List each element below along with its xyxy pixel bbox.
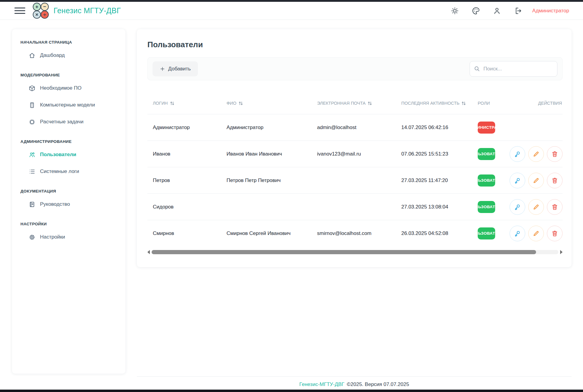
trash-icon [551,230,558,237]
scrollbar-thumb[interactable] [152,250,536,254]
sidebar-item-software[interactable]: Необходимое ПО [20,80,118,97]
column-header-actions: ДЕЙСТВИЯ [499,101,563,106]
actions-cell [499,226,563,241]
role-cell: ПОЛЬЗОВАТЕЛЬ [472,148,499,160]
role-cell: ПОЛЬЗОВАТЕЛЬ [472,227,499,239]
app-header: + − × ÷ Генезис МГТУ-ДВГ [0,2,583,20]
edit-user-button[interactable] [528,146,544,162]
email-cell: admin@localhost [312,125,396,131]
app-page: + − × ÷ Генезис МГТУ-ДВГ [0,0,583,392]
role-badge: ПОЛЬЗОВАТЕЛЬ [478,174,495,187]
logout-icon[interactable] [514,6,523,15]
role-badge: ПОЛЬЗОВАТЕЛЬ [478,148,495,160]
package-icon [29,85,35,92]
edit-user-button[interactable] [528,173,544,188]
fio-cell: Петров Петр Петрович [221,177,312,184]
pencil-icon [532,177,540,184]
pencil-icon [532,150,540,158]
login-cell: Смирнов [147,230,221,236]
list-icon [29,168,35,175]
user-icon[interactable] [492,6,501,15]
plus-operator-icon: + [33,3,41,11]
sidebar-item-system-logs[interactable]: Системные логи [20,163,118,180]
login-cell: Иванов [147,151,221,157]
table-row: Сидоров 27.03.2025 13:08:04 ПОЛЬЗОВАТЕЛЬ [147,193,563,220]
scrollbar-track[interactable] [152,250,558,254]
users-icon [29,151,35,158]
delete-user-button[interactable] [547,173,563,188]
delete-user-button[interactable] [547,226,563,241]
actions-cell [499,146,563,162]
pencil-icon [532,203,540,211]
sidebar: НАЧАЛЬНАЯ СТРАНИЦА Дашбоард МОДЕЛИРОВАНИ… [12,29,125,374]
edit-user-button[interactable] [528,199,544,215]
sidebar-item-manual[interactable]: Руководство [20,196,118,213]
divide-operator-icon: ÷ [41,11,49,19]
role-badge: ПОЛЬЗОВАТЕЛЬ [478,201,495,213]
sidebar-section-home: НАЧАЛЬНАЯ СТРАНИЦА [20,40,118,45]
sidebar-item-settings[interactable]: Настройки [20,229,118,245]
fio-cell: Иванов Иван Иванович [221,151,312,157]
fio-cell: Смирнов Сергей Иванович [221,230,312,236]
key-icon [514,177,521,184]
sidebar-item-computer-models[interactable]: Компьютерные модели [20,97,118,113]
search-input[interactable] [470,61,557,77]
reset-password-button[interactable] [510,226,525,241]
delete-user-button[interactable] [547,146,563,162]
brightness-icon[interactable] [450,6,459,15]
sort-icon [238,101,243,106]
column-header-login[interactable]: ЛОГИН [147,101,221,106]
palette-icon[interactable] [471,6,480,15]
column-header-email[interactable]: ЭЛЕКТРОННАЯ ПОЧТА [312,101,381,106]
role-cell: АДМИНИСТРАТОР [472,122,499,134]
email-cell: smirnov@localhost.com [312,230,396,236]
last-activity-cell: 07.06.2025 15:51:23 [396,151,472,157]
last-activity-cell: 27.03.2025 13:08:04 [396,204,472,210]
fio-cell: Администратор [221,125,312,131]
role-badge: ПОЛЬЗОВАТЕЛЬ [478,227,495,239]
footer-copyright: ©2025. Версия 07.07.2025 [347,381,409,387]
key-icon [514,230,521,237]
table-row: Петров Петров Петр Петрович 27.03.2025 1… [147,167,563,193]
role-cell: ПОЛЬЗОВАТЕЛЬ [472,201,499,213]
page-title: Пользователи [147,40,563,49]
email-cell: ivanov123@mail.ru [312,151,396,157]
reset-password-button[interactable] [510,146,525,162]
reset-password-button[interactable] [510,173,525,188]
gear-icon [29,234,35,241]
role-badge: АДМИНИСТРАТОР [478,122,495,134]
menu-icon[interactable] [14,7,25,15]
login-cell: Администратор [147,125,221,131]
role-cell: ПОЛЬЗОВАТЕЛЬ [472,174,499,187]
current-user-label[interactable]: Администратор [532,8,569,14]
reset-password-button[interactable] [510,199,525,215]
sidebar-item-users[interactable]: Пользователи [20,146,118,163]
scroll-left-arrow-icon[interactable] [147,250,150,254]
table-row: Администратор Администратор admin@localh… [147,114,563,140]
add-user-button[interactable]: Добавить [153,61,198,76]
sort-icon [367,101,372,106]
plus-icon [160,66,165,72]
home-icon [29,52,35,59]
trash-icon [551,150,558,158]
sidebar-item-computation-tasks[interactable]: Расчетные задачи [20,113,118,130]
column-header-fio[interactable]: ФИО [221,101,312,106]
last-activity-cell: 26.03.2025 04:52:08 [396,230,472,236]
edit-user-button[interactable] [528,226,544,241]
app-logo: + − × ÷ [33,3,49,19]
sidebar-section-administration: АДМИНИСТРИРОВАНИЕ [20,139,118,144]
sidebar-section-settings: НАСТРОЙКИ [20,222,118,226]
app-title: Генезис МГТУ-ДВГ [54,6,121,15]
sort-icon [461,101,466,106]
column-header-last-activity[interactable]: ПОСЛЕДНЯЯ АКТИВНОСТЬ [396,101,472,106]
horizontal-scrollbar [147,249,563,255]
minus-operator-icon: − [41,3,49,11]
scroll-right-arrow-icon[interactable] [560,250,563,254]
sidebar-section-documentation: ДОКУМЕНТАЦИЯ [20,189,118,193]
footer-brand-link[interactable]: Генезис-МГТУ-ДВГ [299,381,344,387]
table-toolbar: Добавить [147,57,563,80]
delete-user-button[interactable] [547,199,563,215]
table-header-row: ЛОГИН ФИО ЭЛЕКТРОННАЯ ПОЧТА ПОСЛЕДНЯЯ АК… [147,92,563,114]
last-activity-cell: 14.07.2025 06:42:16 [396,125,472,131]
sidebar-item-dashboard[interactable]: Дашбоард [20,47,118,64]
